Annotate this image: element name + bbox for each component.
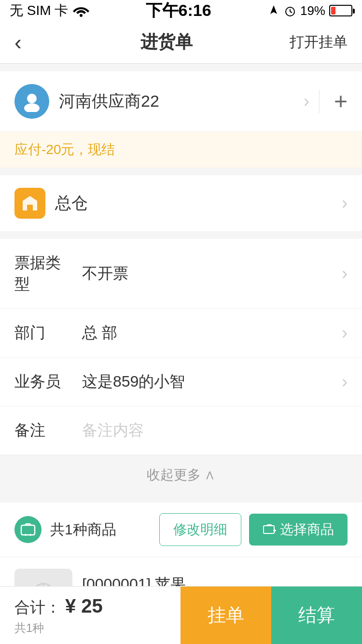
- supplier-row[interactable]: 河南供应商22 › +: [0, 71, 362, 132]
- svg-line-3: [290, 12, 292, 13]
- nav-bar: ‹ 进货单 打开挂单: [0, 21, 362, 64]
- hold-button[interactable]: 挂单: [181, 587, 271, 644]
- collapse-label: 收起更多 ∧: [147, 467, 216, 482]
- location-icon: [267, 4, 280, 17]
- warehouse-icon-wrap: [14, 188, 45, 219]
- total-count: 共1种: [14, 620, 166, 636]
- warehouse-row[interactable]: 总仓 ›: [0, 175, 362, 231]
- bottom-bar: 合计： ¥ 25 共1种 挂单 结算: [0, 586, 362, 644]
- checkout-button[interactable]: 结算: [271, 587, 362, 644]
- add-supplier-button[interactable]: +: [334, 90, 348, 113]
- cart-icon: [20, 521, 36, 538]
- salesperson-chevron-icon: ›: [342, 372, 348, 392]
- svg-rect-6: [27, 205, 33, 210]
- form-section: 票据类型 不开票 › 部门 总 部 › 业务员 这是859的小智 › 备注 备注…: [0, 239, 362, 455]
- remark-label: 备注: [14, 420, 72, 441]
- alarm-icon: [284, 4, 296, 17]
- warehouse-name: 总仓: [55, 192, 342, 214]
- total-label: 合计：: [14, 599, 61, 616]
- invoice-chevron-icon: ›: [342, 264, 348, 284]
- product-count-icon: [14, 516, 42, 543]
- salesperson-row[interactable]: 业务员 这是859的小智 ›: [0, 358, 362, 406]
- status-bar-right: 19%: [267, 3, 352, 18]
- product-header: 共1种商品 修改明细 选择商品: [0, 503, 362, 557]
- salesperson-value: 这是859的小智: [72, 371, 342, 392]
- department-row[interactable]: 部门 总 部 ›: [0, 309, 362, 358]
- product-count-text: 共1种商品: [50, 520, 159, 540]
- svg-point-9: [29, 534, 31, 536]
- carrier-text: 无 SIM 卡: [10, 1, 68, 20]
- total-amount-row: 合计： ¥ 25: [14, 595, 166, 618]
- svg-point-0: [80, 14, 83, 17]
- cart-plus-icon: [263, 523, 276, 536]
- open-hold-button[interactable]: 打开挂单: [290, 32, 348, 52]
- edit-detail-button[interactable]: 修改明细: [159, 513, 241, 546]
- svg-point-5: [24, 103, 40, 112]
- status-bar: 无 SIM 卡 下午6:16 19%: [0, 0, 362, 21]
- avatar-icon: [21, 91, 42, 112]
- department-chevron-icon: ›: [342, 323, 348, 343]
- salesperson-label: 业务员: [14, 371, 72, 392]
- department-label: 部门: [14, 322, 72, 344]
- warehouse-chevron-icon: ›: [342, 193, 348, 213]
- remark-input[interactable]: 备注内容: [72, 420, 348, 441]
- battery-icon: [329, 5, 352, 16]
- status-bar-time: 下午6:16: [146, 0, 211, 22]
- select-product-button[interactable]: 选择商品: [249, 514, 348, 546]
- svg-point-8: [25, 534, 27, 536]
- supplier-avatar: [14, 84, 49, 119]
- supplier-notice: 应付-20元，现结: [0, 132, 362, 168]
- total-amount: ¥ 25: [65, 595, 103, 616]
- collapse-bar[interactable]: 收起更多 ∧: [0, 455, 362, 495]
- supplier-name: 河南供应商22: [59, 90, 304, 112]
- svg-rect-10: [264, 526, 274, 533]
- remark-row[interactable]: 备注 备注内容: [0, 406, 362, 455]
- total-section: 合计： ¥ 25 共1种: [0, 587, 181, 644]
- status-bar-left: 无 SIM 卡: [10, 1, 89, 20]
- page-title: 进货单: [43, 30, 290, 54]
- supplier-chevron-icon: ›: [304, 91, 309, 112]
- warehouse-section: 总仓 ›: [0, 175, 362, 231]
- warehouse-icon: [21, 194, 39, 212]
- svg-point-4: [27, 94, 37, 103]
- select-product-label: 选择商品: [280, 520, 334, 539]
- invoice-label: 票据类型: [14, 252, 72, 295]
- invoice-row[interactable]: 票据类型 不开票 ›: [0, 239, 362, 309]
- svg-rect-7: [21, 525, 35, 535]
- invoice-value: 不开票: [72, 263, 342, 284]
- battery-percentage: 19%: [300, 3, 325, 18]
- wifi-icon: [73, 4, 89, 17]
- department-value: 总 部: [72, 322, 342, 344]
- divider: [319, 90, 320, 113]
- back-button[interactable]: ‹: [14, 30, 43, 55]
- supplier-section: 河南供应商22 › + 应付-20元，现结: [0, 71, 362, 168]
